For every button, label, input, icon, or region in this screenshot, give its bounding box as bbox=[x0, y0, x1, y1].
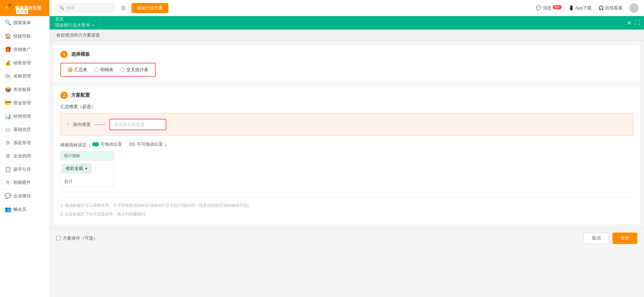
sidebar-nav: 🔍 搜索菜单 🏠 快捷导航 🎁 营销推广 💰 销售管理 🛍 采购管理 📦 库存核… bbox=[0, 16, 49, 216]
step1-header: 1 选择模板 bbox=[60, 51, 633, 58]
radio-detail[interactable]: 明细表 bbox=[94, 67, 113, 73]
draggable-indicator: 可拖动位置 bbox=[92, 141, 122, 147]
draggable-label: 可拖动位置 bbox=[100, 141, 122, 147]
radio-summary-circle bbox=[68, 67, 72, 72]
tab-label-cashflow: 现金银行流水查询 bbox=[55, 22, 90, 28]
sidebar-logo: 🍊 畅捷通好生意 标准版 bbox=[0, 0, 49, 16]
sidebar-item-inventory[interactable]: 📦 库存核算 bbox=[0, 83, 49, 96]
finance-icon: 💳 bbox=[5, 100, 11, 106]
expand-icon[interactable]: ⛶ bbox=[635, 20, 640, 26]
edition-badge: 标准版 bbox=[16, 9, 28, 14]
service-label: 在线客服 bbox=[605, 5, 623, 11]
indicator-arrow-icon: ▾ bbox=[85, 166, 88, 171]
industry-btn[interactable]: 体验行业方案 bbox=[131, 3, 168, 13]
sidebar: 🍊 畅捷通好生意 标准版 🔍 搜索菜单 🏠 快捷导航 🎁 营销推广 💰 销售管理… bbox=[0, 0, 50, 297]
service-btn[interactable]: 🎧 在线客服 bbox=[598, 5, 623, 11]
indicators-box: 统计指标 收款金额 ▾ 合计 bbox=[60, 151, 114, 187]
dim-placeholder: 请选择分组维度 bbox=[114, 122, 145, 127]
close-window-icon[interactable]: ✕ bbox=[627, 20, 631, 26]
footer-bar: 方案保存（可选） 取消 查询 bbox=[50, 229, 644, 247]
dim-selector[interactable]: 请选择分组维度 bbox=[109, 119, 166, 130]
save-label: 方案保存（可选） bbox=[63, 235, 98, 241]
save-option: 方案保存（可选） bbox=[56, 235, 98, 241]
dim-vertical-label: 纵向维度 bbox=[73, 121, 91, 128]
sidebar-item-hardware[interactable]: 🖱 智能硬件 bbox=[0, 176, 49, 189]
sidebar-item-member[interactable]: 👥 畅会员 bbox=[0, 203, 49, 216]
step2-section: 2 方案配置 汇总维度（必选） * 纵向维度 —— 请选择分组维度 模板指标设定… bbox=[54, 86, 640, 225]
sidebar-item-coop[interactable]: 🖥 企业协同 bbox=[0, 150, 49, 163]
hardware-icon: 🖱 bbox=[5, 180, 11, 186]
message-btn[interactable]: 💬 消息 99+ bbox=[536, 5, 562, 11]
save-checkbox[interactable] bbox=[56, 236, 61, 240]
search-icon: 🔍 bbox=[59, 6, 64, 10]
tab-label-home: 首页 bbox=[55, 16, 64, 22]
sidebar-label-basic: 基础信息 bbox=[13, 127, 31, 133]
tabbar-actions: ✕ ⛶ bbox=[623, 16, 644, 30]
tab-close-receipts[interactable]: ✕ bbox=[83, 29, 86, 34]
message-badge: 99+ bbox=[553, 5, 562, 9]
sidebar-item-purchase[interactable]: 🛍 采购管理 bbox=[0, 70, 49, 83]
purchase-icon: 🛍 bbox=[5, 73, 11, 79]
app-label: App下载 bbox=[575, 5, 592, 11]
sidebar-label-inventory: 库存核算 bbox=[13, 87, 31, 93]
sidebar-item-sales[interactable]: 💰 销售管理 bbox=[0, 56, 49, 70]
radio-cross-label: 交叉统计表 bbox=[126, 67, 148, 73]
template-options-box: 汇总表 明细表 交叉统计表 bbox=[60, 63, 156, 77]
indicators-title-text: 模板指标设定（ bbox=[60, 142, 91, 147]
main-area: 🔍 搜索 ⚙ 体验行业方案 💬 消息 99+ 📱 App下载 🎧 在线客服 首页… bbox=[50, 0, 644, 297]
step2-num: 2 bbox=[60, 92, 68, 99]
system-icon: ⚙ bbox=[5, 140, 11, 146]
search-bar[interactable]: 🔍 搜索 bbox=[55, 3, 115, 12]
sidebar-item-search[interactable]: 🔍 搜索菜单 bbox=[0, 16, 49, 30]
sidebar-label-search: 搜索菜单 bbox=[13, 20, 31, 26]
dimension-area: * 纵向维度 —— 请选择分组维度 bbox=[60, 113, 633, 136]
tip-2: 2. 点击标题栏下拉可设置排序、插入列和删除列 bbox=[60, 211, 633, 218]
tab-close-new[interactable]: ✕ bbox=[74, 35, 77, 40]
sidebar-label-guide: 新手引导 bbox=[13, 166, 31, 172]
sidebar-item-basic[interactable]: 🗂 基础信息 bbox=[0, 123, 49, 136]
sidebar-item-quicknav[interactable]: 🏠 快捷导航 bbox=[0, 30, 49, 43]
sidebar-item-guide[interactable]: 📋 新手引导 bbox=[0, 163, 49, 176]
indicator-amount-label: 收款金额 bbox=[66, 165, 83, 171]
cancel-button[interactable]: 取消 bbox=[584, 233, 609, 244]
settings-icon[interactable]: ⚙ bbox=[121, 4, 126, 12]
radio-detail-label: 明细表 bbox=[100, 67, 113, 73]
content-area: 收款情况统计方案设置 1 选择模板 汇总表 明细表 bbox=[50, 30, 644, 297]
app-download-btn[interactable]: 📱 App下载 bbox=[569, 5, 592, 11]
template-radio-group: 汇总表 明细表 交叉统计表 bbox=[68, 67, 148, 73]
separator bbox=[123, 142, 127, 147]
step1-label: 选择模板 bbox=[71, 51, 90, 57]
draggable-toggle bbox=[92, 142, 99, 146]
radio-summary[interactable]: 汇总表 bbox=[68, 67, 87, 73]
inventory-icon: 📦 bbox=[5, 86, 11, 93]
tab-cashflow[interactable]: 现金银行流水查询✕ bbox=[50, 22, 101, 28]
radio-cross[interactable]: 交叉统计表 bbox=[120, 67, 148, 73]
operation-icon: 📊 bbox=[5, 113, 11, 119]
user-avatar[interactable] bbox=[629, 3, 639, 13]
tabs-list: 首页现金银行流水查询✕收款情况统计✕新建方案✕ bbox=[50, 16, 101, 30]
sidebar-item-finance[interactable]: 💳 资金管理 bbox=[0, 96, 49, 110]
tab-close-cashflow[interactable]: ✕ bbox=[92, 23, 95, 28]
guide-icon: 📋 bbox=[5, 166, 11, 172]
sidebar-item-wechat[interactable]: 💬 企业微信 bbox=[0, 189, 49, 203]
close-paren: ） bbox=[164, 142, 169, 147]
app-icon: 📱 bbox=[569, 5, 574, 10]
required-mark: * bbox=[67, 122, 69, 127]
sidebar-item-marketing[interactable]: 🎁 营销推广 bbox=[0, 43, 49, 56]
coop-icon: 🖥 bbox=[5, 153, 11, 159]
sum-label: 合计 bbox=[64, 179, 73, 185]
radio-detail-circle bbox=[94, 67, 99, 72]
indicators-group-header: 统计指标 bbox=[61, 152, 114, 160]
sidebar-label-purchase: 采购管理 bbox=[13, 73, 31, 79]
search-icon: 🔍 bbox=[5, 19, 11, 26]
sidebar-label-wechat: 企业微信 bbox=[13, 193, 31, 199]
step2-header: 2 方案配置 bbox=[60, 92, 633, 99]
sidebar-label-marketing: 营销推广 bbox=[13, 47, 31, 53]
radio-cross-circle bbox=[120, 67, 125, 72]
tab-home[interactable]: 首页 bbox=[50, 16, 101, 22]
sidebar-item-system[interactable]: ⚙ 系统管理 bbox=[0, 136, 49, 150]
divider bbox=[60, 192, 633, 192]
indicator-tag-amount[interactable]: 收款金额 ▾ bbox=[62, 164, 91, 173]
query-button[interactable]: 查询 bbox=[612, 233, 637, 244]
sidebar-item-operation[interactable]: 📊 经营管理 bbox=[0, 110, 49, 123]
